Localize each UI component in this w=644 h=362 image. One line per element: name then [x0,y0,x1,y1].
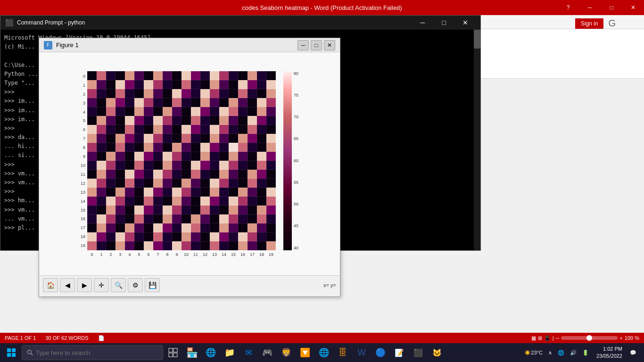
heatmap-cell [219,134,229,143]
heatmap-cell [172,161,182,170]
zoom-thumb [586,335,592,341]
cmd-minimize[interactable]: ─ [412,16,433,30]
taskbar-app-browser2[interactable]: 🌐 [315,344,333,361]
heatmap-cell [200,223,210,232]
heatmap-cell [153,223,163,232]
search-input[interactable] [36,349,158,356]
heatmap-cell [87,125,97,134]
heatmap-cell [210,179,219,188]
heatmap-cell [163,241,172,250]
heatmap-cell [248,241,257,250]
heatmap-cell [210,125,219,134]
heatmap-cell [266,161,276,170]
heatmap-cell [248,232,257,241]
back-tool-button[interactable]: ◀ [60,278,75,292]
taskbar-app-terminal[interactable]: ⬛ [409,344,427,361]
taskbar-notifications-chevron[interactable]: ∧ [546,349,554,357]
help-button[interactable]: ? [557,0,579,15]
heatmap-cell [106,71,116,80]
svg-rect-1 [12,348,16,352]
taskbar-app-chrome[interactable]: 🔵 [372,344,389,361]
search-icon [27,349,33,356]
taskbar-app-word[interactable]: W [353,344,371,361]
task-view-button[interactable] [164,344,182,361]
sign-in-button[interactable]: Sign in [575,18,604,29]
heatmap-cell [134,125,144,134]
taskbar-weather[interactable]: ☀️ 23°C [522,349,545,357]
heatmap-cell [172,71,182,80]
minimize-button[interactable]: ─ [579,0,601,15]
heatmap-cell [200,161,210,170]
heatmap-cell [266,188,276,197]
heatmap-cell [191,89,200,98]
heatmap-cell [116,152,125,161]
heatmap-cell [116,197,125,206]
cmd-scrollbar[interactable] [474,30,480,250]
zoom-tool-button[interactable]: 🔍 [111,278,126,292]
heatmap-cell [163,232,172,241]
forward-tool-button[interactable]: ▶ [77,278,92,292]
taskbar-clock[interactable]: 1:02 PM 23/05/2022 [593,345,626,361]
cmd-close[interactable]: ✕ [454,16,476,30]
zoom-plus[interactable]: + [619,335,622,341]
heatmap-cell [97,170,106,179]
heatmap-cell [219,125,229,134]
heatmap-cell [266,71,276,80]
heatmap-cell [153,232,163,241]
notifications-button[interactable]: 💬 [628,349,638,357]
cmd-maximize[interactable]: □ [433,16,454,30]
heatmap-cell [238,188,248,197]
y-axis-label: 1 [81,81,85,90]
heatmap-cell [134,107,144,116]
heatmap-cell [144,152,153,161]
taskbar-app-db[interactable]: 🗄 [334,344,352,361]
taskbar-app-brave[interactable]: 🦁 [277,344,295,361]
view-single-button[interactable]: ▦ [531,335,536,341]
scrollbar-thumb[interactable] [474,30,480,49]
taskbar-app-explorer[interactable]: 📁 [221,344,239,361]
taskbar-volume-icon[interactable]: 🔊 [568,349,578,357]
taskbar-app-scratch[interactable]: 🐱 [428,344,446,361]
zoom-level: 100 % [625,335,639,341]
home-tool-button[interactable]: 🏠 [43,278,58,292]
heatmap-cell [163,161,172,170]
figure-close[interactable]: ✕ [324,40,335,50]
x-axis-label: 15 [229,252,238,257]
heatmap-cell [200,206,210,214]
heatmap-cell [87,161,97,170]
taskbar-app-store[interactable]: 🏪 [183,344,201,361]
config-tool-button[interactable]: ⚙ [128,278,143,292]
taskbar-app-xbox[interactable]: 🎮 [258,344,276,361]
heatmap-cell [106,143,116,152]
taskbar-app-torrent[interactable]: 🔽 [296,344,314,361]
heatmap-cell [144,188,153,197]
heatmap-cell [134,161,144,170]
zoom-minus[interactable]: ─ [556,335,560,341]
zoom-slider[interactable] [561,336,618,340]
heatmap-cell [106,107,116,116]
heatmap-cell [153,80,163,89]
taskbar-network-icon[interactable]: 🌐 [556,349,566,357]
heatmap-cell [229,134,238,143]
figure-maximize[interactable]: □ [311,40,322,50]
save-tool-button[interactable]: 💾 [145,278,160,292]
maximize-button[interactable]: □ [601,0,622,15]
heatmap-cell [172,152,182,161]
heatmap-cell [172,80,182,89]
status-bar: PAGE 1 OF 1 30 OF 62 WORDS 📄 ▦ ⊞ 📱 | ─ +… [0,333,644,343]
taskbar-battery-icon[interactable]: 🔋 [580,349,591,357]
heatmap-cell [219,206,229,214]
view-multi-button[interactable]: ⊞ [538,335,542,341]
taskbar-app-edge[interactable]: 🌐 [202,344,220,361]
taskbar-app-notepad[interactable]: 📝 [390,344,408,361]
y-axis-label: 6 [81,125,85,134]
start-button[interactable] [2,344,21,361]
taskbar-app-mail[interactable]: ✉ [239,344,257,361]
heatmap-cell [248,125,257,134]
figure-minimize[interactable]: ─ [297,40,309,50]
taskbar-search[interactable] [22,345,163,360]
pan-tool-button[interactable]: ✛ [94,278,109,292]
close-button[interactable]: ✕ [622,0,644,15]
heatmap-cell [134,116,144,125]
view-mobile-button[interactable]: 📱 [544,335,551,341]
